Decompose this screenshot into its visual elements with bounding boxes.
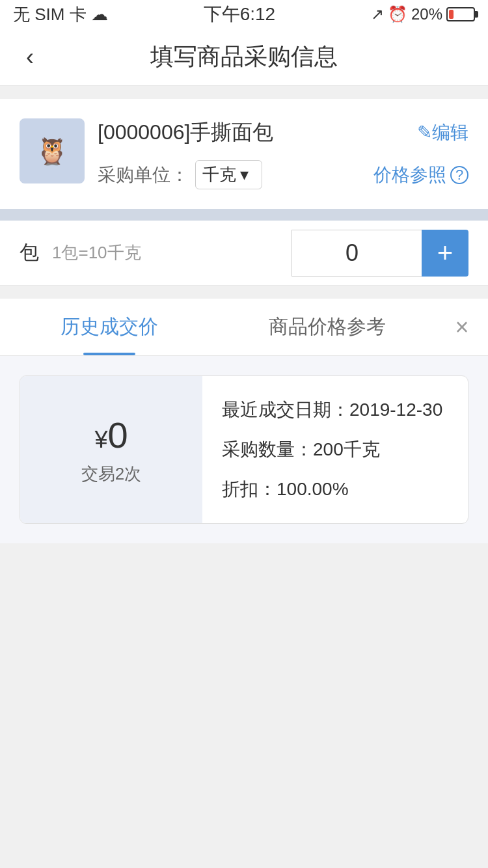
dropdown-arrow-icon: ▾: [240, 165, 249, 185]
purchase-unit-label: 采购单位：: [98, 163, 189, 187]
tab-history-price-label: 历史成交价: [61, 314, 158, 340]
page-title: 填写商品采购信息: [150, 41, 338, 73]
status-left: 无 SIM 卡 ☁: [13, 3, 108, 26]
price-currency-symbol: ¥: [94, 426, 107, 453]
tab-history-price[interactable]: 历史成交价: [0, 299, 218, 355]
gray-divider: [0, 209, 488, 221]
price-ref-label: 价格参照: [373, 163, 446, 187]
price-card-right: 最近成交日期：2019-12-30 采购数量：200千克 折扣：100.00%: [202, 376, 468, 523]
close-icon: ×: [455, 314, 468, 341]
price-reference-button[interactable]: 价格参照 ?: [373, 163, 468, 187]
header: ‹ 填写商品采购信息: [0, 29, 488, 86]
bottom-space: [0, 543, 488, 868]
purchase-unit-row: 采购单位： 千克 ▾ 价格参照 ?: [98, 160, 468, 189]
price-discount-label: 折扣：: [222, 479, 277, 499]
price-recent-date-value: 2019-12-30: [349, 400, 442, 420]
product-name: [0000006]手撕面包: [98, 118, 273, 147]
price-trades: 交易2次: [81, 463, 141, 485]
price-ref-help-icon: ?: [450, 166, 468, 184]
price-discount-value: 100.00%: [277, 479, 349, 499]
tabs-section: 历史成交价 商品价格参考 × ¥0 交易2次 最近成交日期：2019-12-30…: [0, 299, 488, 543]
quantity-input[interactable]: [291, 230, 422, 277]
product-section: 🦉 [0000006]手撕面包 ✎编辑 采购单位： 千克 ▾ 价格参照 ?: [0, 99, 488, 209]
price-discount-row: 折扣：100.00%: [222, 475, 448, 504]
price-card: ¥0 交易2次 最近成交日期：2019-12-30 采购数量：200千克 折扣：…: [20, 375, 468, 524]
alarm-icon: ⏰: [388, 5, 407, 23]
unit-select-value: 千克: [202, 163, 236, 186]
location-icon: ↗: [371, 5, 384, 23]
quantity-plus-button[interactable]: +: [422, 230, 468, 277]
price-amount: 0: [107, 414, 128, 455]
tabs-close-button[interactable]: ×: [436, 299, 488, 355]
battery-fill: [449, 10, 454, 19]
quantity-unit-label: 包: [20, 239, 39, 266]
product-info: [0000006]手撕面包 ✎编辑 采购单位： 千克 ▾ 价格参照 ?: [98, 118, 468, 189]
price-card-left: ¥0 交易2次: [20, 376, 202, 523]
price-display: ¥0: [94, 414, 128, 456]
status-right: ↗ ⏰ 20%: [371, 5, 475, 23]
status-time: 下午6:12: [204, 2, 276, 27]
quantity-conversion-label: 1包=10千克: [52, 241, 141, 264]
quantity-section: 包 1包=10千克 +: [0, 221, 488, 286]
price-card-area: ¥0 交易2次 最近成交日期：2019-12-30 采购数量：200千克 折扣：…: [0, 356, 488, 543]
back-button[interactable]: ‹: [20, 37, 40, 77]
price-purchase-qty-label: 采购数量：: [222, 439, 313, 459]
unit-select-dropdown[interactable]: 千克 ▾: [195, 160, 262, 189]
price-recent-date-label: 最近成交日期：: [222, 400, 349, 420]
product-name-row: [0000006]手撕面包 ✎编辑: [98, 118, 468, 147]
quantity-input-group: +: [291, 230, 468, 277]
tabs-header: 历史成交价 商品价格参考 ×: [0, 299, 488, 356]
battery-percent: 20%: [411, 5, 442, 23]
price-purchase-qty-value: 200千克: [313, 439, 380, 459]
tab-product-price-label: 商品价格参考: [269, 314, 386, 340]
price-purchase-qty-row: 采购数量：200千克: [222, 435, 448, 465]
tab-product-price[interactable]: 商品价格参考: [218, 299, 436, 355]
product-row: 🦉 [0000006]手撕面包 ✎编辑 采购单位： 千克 ▾ 价格参照 ?: [20, 118, 468, 189]
edit-button[interactable]: ✎编辑: [417, 120, 468, 145]
price-recent-date-row: 最近成交日期：2019-12-30: [222, 396, 448, 425]
product-thumbnail-icon: 🦉: [36, 136, 68, 167]
battery-icon: [446, 7, 475, 21]
product-image: 🦉: [20, 118, 85, 183]
status-bar: 无 SIM 卡 ☁ 下午6:12 ↗ ⏰ 20%: [0, 0, 488, 29]
